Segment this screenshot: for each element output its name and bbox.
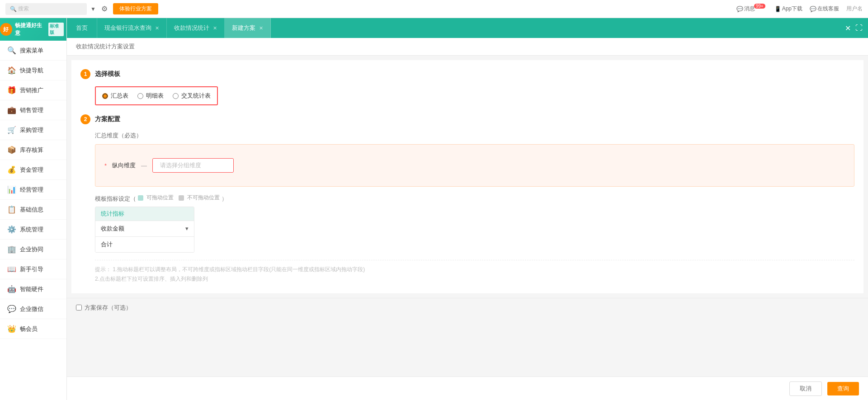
collab-icon: 🏢 [7, 245, 16, 254]
sidebar-label-basics: 基础信息 [20, 206, 43, 214]
tab-collection[interactable]: 收款情况统计 ✕ [167, 18, 225, 38]
radio-summary[interactable]: 汇总表 [102, 92, 128, 100]
tab-new-plan[interactable]: 新建方案 ✕ [225, 18, 271, 38]
radio-summary-input[interactable] [102, 93, 108, 99]
dimension-arrow: — [141, 162, 147, 169]
sidebar-item-member[interactable]: 👑 畅会员 [0, 319, 66, 339]
tab-bar: 首页 现金银行流水查询 ✕ 收款情况统计 ✕ 新建方案 ✕ ✕ ⛶ [67, 18, 868, 38]
tab-home[interactable]: 首页 [67, 18, 97, 38]
gear-icon[interactable]: ⚙ [101, 5, 108, 13]
online-service[interactable]: 💬 在线客服 [810, 5, 839, 13]
sidebar-item-guide[interactable]: 📖 新手引导 [0, 259, 66, 279]
sidebar-label-collab: 企业协同 [20, 245, 43, 254]
sidebar-item-system[interactable]: ⚙️ 系统管理 [0, 220, 66, 240]
sidebar-label-hardware: 智能硬件 [20, 285, 43, 293]
step1-title: 选择模板 [95, 70, 120, 78]
sidebar-item-hardware[interactable]: 🤖 智能硬件 [0, 279, 66, 299]
save-plan-label: 方案保存（可选） [85, 304, 132, 312]
sidebar-item-marketing[interactable]: 🎁 营销推广 [0, 80, 66, 100]
metrics-row-0-label: 收款金额 [101, 225, 124, 233]
top-bar-right: 💬 消息99+ 📱 App下载 💬 在线客服 用户名 [736, 5, 863, 13]
radio-cross[interactable]: 交叉统计表 [173, 92, 211, 100]
industry-btn[interactable]: 体验行业方案 [113, 3, 158, 14]
tab-close-all-icon[interactable]: ✕ [845, 24, 851, 33]
radio-cross-input[interactable] [173, 93, 179, 99]
home-icon: 🏠 [7, 66, 16, 75]
user-name[interactable]: 用户名 [846, 5, 863, 13]
radio-summary-label: 汇总表 [111, 92, 128, 100]
sidebar-label-system: 系统管理 [20, 226, 43, 234]
sidebar-item-sales[interactable]: 💼 销售管理 [0, 100, 66, 120]
sales-icon: 💼 [7, 106, 16, 114]
metrics-title-text: 模板指标设定（ [95, 195, 136, 202]
sidebar-item-basics[interactable]: 📋 基础信息 [0, 200, 66, 220]
dimension-placeholder[interactable]: 请选择分组维度 [152, 158, 234, 173]
tab-maximize-icon[interactable]: ⛶ [855, 24, 863, 32]
sidebar-item-nav[interactable]: 🏠 快捷导航 [0, 61, 66, 80]
sidebar-item-purchase[interactable]: 🛒 采购管理 [0, 120, 66, 140]
sidebar-label-search: 搜索菜单 [20, 47, 43, 55]
step2-badge: 2 [80, 114, 90, 124]
dimension-section-title: 汇总维度（必选） [95, 132, 854, 140]
sidebar-logo: 好 畅捷通好生意 标准版 [0, 18, 66, 41]
online-service-label: 在线客服 [817, 5, 839, 13]
hint-text-2: 2.点击标题栏下拉可设置排序、插入列和删除列 [95, 274, 854, 284]
metrics-row-0[interactable]: 收款金额 ▾ [95, 221, 194, 236]
save-plan-checkbox-label[interactable]: 方案保存（可选） [76, 304, 859, 312]
logo-text: 畅捷通好生意 [15, 22, 46, 37]
notifications-label: 消息 [744, 5, 755, 13]
app-download-label: App下载 [782, 5, 802, 13]
wechat-icon: 💬 [7, 305, 16, 313]
sidebar-item-finance[interactable]: 💰 资金管理 [0, 160, 66, 180]
metrics-table-header: 统计指标 [95, 207, 194, 221]
page-content: 收款情况统计方案设置 1 选择模板 汇总表 [67, 38, 868, 376]
sidebar: 好 畅捷通好生意 标准版 🔍 搜索菜单 🏠 快捷导航 🎁 营销推广 💼 销售管理… [0, 18, 67, 400]
search-box[interactable]: 🔍 搜索 [5, 3, 87, 15]
radio-cross-label: 交叉统计表 [181, 92, 211, 100]
sidebar-item-operations[interactable]: 📊 经营管理 [0, 180, 66, 200]
metrics-row-0-dropdown[interactable]: ▾ [185, 225, 189, 232]
section-card: 1 选择模板 汇总表 明细表 [71, 60, 863, 293]
sidebar-item-inventory[interactable]: 📦 库存核算 [0, 140, 66, 160]
step2-section: 2 方案配置 汇总维度（必选） * 纵向维度 — [80, 114, 854, 284]
sidebar-item-collab[interactable]: 🏢 企业协同 [0, 240, 66, 259]
radio-detail-input[interactable] [137, 93, 143, 99]
sidebar-item-search[interactable]: 🔍 搜索菜单 [0, 41, 66, 61]
breadcrumb: 收款情况统计方案设置 [76, 43, 135, 50]
search-icon: 🔍 [10, 6, 17, 12]
top-bar: 🔍 搜索 ▼ ⚙ 体验行业方案 💬 消息99+ 📱 App下载 💬 在线客服 用… [0, 0, 868, 18]
notifications[interactable]: 💬 消息99+ [736, 5, 767, 13]
sidebar-label-member: 畅会员 [20, 325, 38, 333]
step1-badge: 1 [80, 69, 90, 79]
tab-cashflow-close[interactable]: ✕ [155, 25, 159, 31]
app-download[interactable]: 📱 App下载 [774, 5, 802, 13]
save-plan-checkbox[interactable] [76, 305, 82, 311]
sidebar-label-nav: 快捷导航 [20, 66, 43, 75]
search-placeholder: 搜索 [18, 5, 29, 13]
action-bar: 取消 查询 [67, 376, 868, 400]
logo-icon: 好 [0, 23, 12, 36]
tab-cashflow[interactable]: 现金银行流水查询 ✕ [97, 18, 167, 38]
sidebar-item-wechat[interactable]: 💬 企业微信 [0, 299, 66, 319]
step2-header: 2 方案配置 [80, 114, 854, 124]
sidebar-label-finance: 资金管理 [20, 166, 43, 174]
cancel-button[interactable]: 取消 [789, 381, 822, 396]
gift-icon: 🎁 [7, 86, 16, 94]
template-select-group: 汇总表 明细表 交叉统计表 [95, 86, 218, 105]
system-icon: ⚙️ [7, 225, 16, 234]
tab-bar-right: ✕ ⛶ [845, 24, 868, 33]
radio-detail[interactable]: 明细表 [137, 92, 164, 100]
tab-collection-close[interactable]: ✕ [213, 25, 217, 31]
sidebar-label-wechat: 企业微信 [20, 305, 43, 313]
dropdown-arrow[interactable]: ▼ [90, 6, 96, 12]
purchase-icon: 🛒 [7, 126, 16, 134]
hint-text-1: 提示： 1.拖动标题栏可以调整布局，不可跨维度或指标区域拖动栏目字段(只能在同一… [95, 265, 854, 275]
query-button[interactable]: 查询 [827, 382, 859, 395]
tab-new-plan-close[interactable]: ✕ [259, 25, 263, 31]
sidebar-label-guide: 新手引导 [20, 265, 43, 273]
nodrag-legend-label: 不可拖动位置 [187, 194, 220, 202]
guide-icon: 📖 [7, 265, 16, 273]
notifications-badge: 99+ [754, 4, 765, 9]
metrics-row-1: 合计 [95, 236, 194, 252]
radio-detail-label: 明细表 [146, 92, 164, 100]
